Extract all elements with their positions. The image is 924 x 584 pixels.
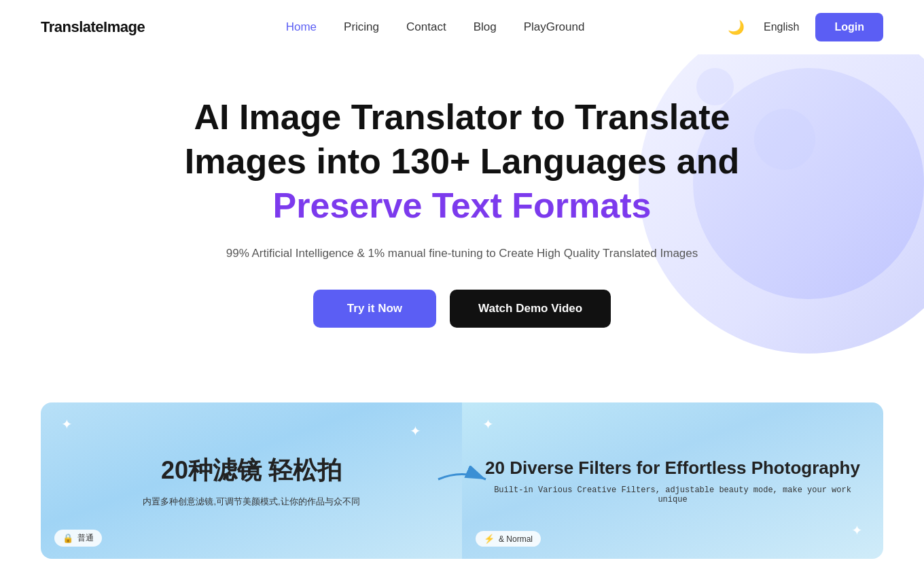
navbar: TranslateImage Home Pricing Contact Blog… xyxy=(0,0,924,54)
demo-panel-right: ✦ ✦ 20 Diverse Filters for Effortless Ph… xyxy=(462,402,883,559)
hero-title-line2: Images into 130+ Languages and xyxy=(185,141,739,181)
nav-item-playground[interactable]: PlayGround xyxy=(524,20,585,34)
nav-links: Home Pricing Contact Blog PlayGround xyxy=(286,20,585,34)
demo-badge-right-text: & Normal xyxy=(499,534,533,544)
demo-badge-left: 🔒 普通 xyxy=(54,530,102,547)
hero-section: AI Image Translator to Translate Images … xyxy=(0,54,924,368)
hero-title-line1: AI Image Translator to Translate xyxy=(194,97,730,137)
watch-demo-button[interactable]: Watch Demo Video xyxy=(450,290,611,328)
sparkle-icon-2: ✦ xyxy=(410,423,421,439)
nav-link-home[interactable]: Home xyxy=(286,20,317,33)
nav-link-playground[interactable]: PlayGround xyxy=(524,20,585,33)
demo-badge-right: ⚡ & Normal xyxy=(476,531,541,547)
nav-link-contact[interactable]: Contact xyxy=(406,20,446,33)
demo-arrow-container xyxy=(435,466,489,496)
sparkle-icon-1: ✦ xyxy=(61,416,73,432)
demo-title-english: 20 Diverse Filters for Effortless Photog… xyxy=(485,458,860,479)
logo: TranslateImage xyxy=(41,18,145,36)
lock-icon: 🔒 xyxy=(63,533,73,543)
dark-mode-icon[interactable]: 🌙 xyxy=(726,16,747,38)
normal-icon: ⚡ xyxy=(484,534,495,544)
demo-subtitle-english: Built-in Various Creative Filters, adjus… xyxy=(484,485,861,504)
nav-item-blog[interactable]: Blog xyxy=(474,20,497,34)
translation-arrow-icon xyxy=(435,466,489,493)
nav-item-home[interactable]: Home xyxy=(286,20,317,34)
hero-subtitle: 99% Artificial Intelligence & 1% manual … xyxy=(136,244,788,262)
language-selector[interactable]: English xyxy=(758,21,804,33)
nav-right: 🌙 English Login xyxy=(726,13,883,41)
nav-item-pricing[interactable]: Pricing xyxy=(344,20,379,34)
demo-badge-left-text: 普通 xyxy=(77,532,94,544)
demo-section: ✦ ✦ 20种滤镜 轻松拍 内置多种创意滤镜,可调节美颜模式,让你的作品与众不同… xyxy=(0,402,924,559)
hero-title-line3: Preserve Text Formats xyxy=(273,186,652,225)
demo-panel-left-content: ✦ ✦ 20种滤镜 轻松拍 内置多种创意滤镜,可调节美颜模式,让你的作品与众不同 xyxy=(41,402,462,559)
demo-title-chinese: 20种滤镜 轻松拍 xyxy=(161,454,342,487)
try-now-button[interactable]: Try it Now xyxy=(313,290,436,328)
hero-content: AI Image Translator to Translate Images … xyxy=(136,95,788,328)
demo-subtitle-chinese: 内置多种创意滤镜,可调节美颜模式,让你的作品与众不同 xyxy=(143,496,359,508)
sparkle-icon-3: ✦ xyxy=(482,416,494,432)
hero-buttons: Try it Now Watch Demo Video xyxy=(136,290,788,328)
nav-link-pricing[interactable]: Pricing xyxy=(344,20,379,33)
nav-item-contact[interactable]: Contact xyxy=(406,20,446,34)
hero-heading: AI Image Translator to Translate Images … xyxy=(136,95,788,228)
sparkle-icon-4: ✦ xyxy=(851,522,863,538)
login-button[interactable]: Login xyxy=(815,13,883,41)
demo-panel-left: ✦ ✦ 20种滤镜 轻松拍 内置多种创意滤镜,可调节美颜模式,让你的作品与众不同… xyxy=(41,402,462,559)
nav-link-blog[interactable]: Blog xyxy=(474,20,497,33)
